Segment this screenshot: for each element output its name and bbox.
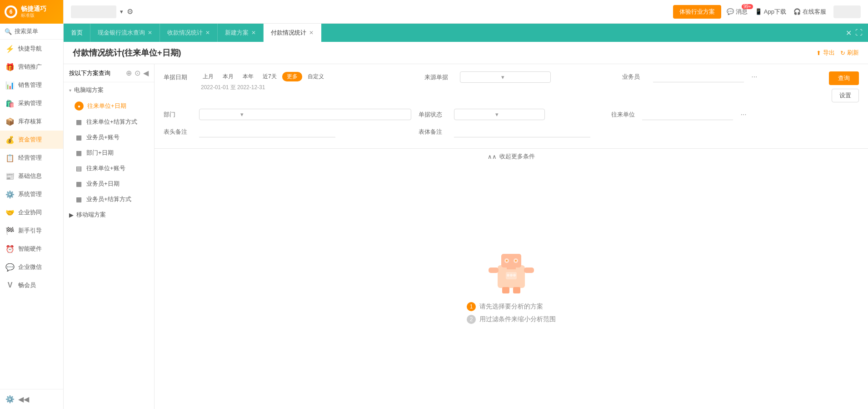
tab-fullscreen-icon[interactable]: ⛶: [855, 29, 863, 37]
sidebar-logo: 6: [5, 5, 17, 18]
app-download-btn[interactable]: 📱 App下载: [755, 8, 786, 16]
partner-more-btn[interactable]: ···: [740, 111, 746, 119]
query-btn[interactable]: 查询: [829, 71, 859, 85]
sidebar-item-hardware[interactable]: ⏰ 智能硬件: [0, 240, 63, 258]
tab-payment-stats-close[interactable]: ✕: [309, 30, 314, 36]
sidebar-item-sales[interactable]: 📊 销售管理: [0, 76, 63, 94]
svg-point-4: [506, 260, 508, 262]
more-btn[interactable]: 更多: [282, 72, 302, 81]
sidebar-brand-info: 畅捷通巧 标准版: [21, 5, 46, 19]
tab-receipt-stats-close[interactable]: ✕: [205, 30, 210, 36]
sidebar-item-label: 畅会员: [18, 281, 36, 289]
sidebar-item-purchase[interactable]: 🛍️ 采购管理: [0, 94, 63, 112]
body-note-input[interactable]: [454, 126, 590, 137]
tab-bank-flow[interactable]: 现金银行流水查询 ✕: [90, 24, 160, 42]
scheme-item-staff-settle[interactable]: ▦ 业务员+结算方式: [64, 192, 154, 207]
export-label: 导出: [823, 49, 835, 57]
sales-icon: 📊: [5, 81, 15, 90]
scheme-label: 往来单位+结算方式: [86, 118, 137, 126]
purchase-icon: 🛍️: [5, 99, 15, 108]
settings-btn[interactable]: 设置: [832, 89, 859, 102]
content-body: 按以下方案查询 ⊕ ⊙ ◀ ▾ 电脑端方案 ● 往来单位+日期: [64, 64, 868, 409]
tab-receipt-stats[interactable]: 收款情况统计 ✕: [160, 24, 218, 42]
scheme-item-unit-account[interactable]: ▤ 往来单位+账号: [64, 161, 154, 176]
staff-more-btn[interactable]: ···: [751, 73, 757, 81]
sidebar-search[interactable]: 🔍 搜索菜单: [0, 24, 63, 40]
scheme-item-staff-account[interactable]: ▦ 业务员+账号: [64, 130, 154, 145]
try-industry-btn[interactable]: 体验行业方案: [673, 5, 721, 19]
collapse-bar[interactable]: ∧∧ 收起更多条件: [155, 148, 868, 164]
scheme-item-staff-date[interactable]: ▦ 业务员+日期: [64, 176, 154, 192]
export-btn[interactable]: ⬆ 导出: [816, 49, 835, 57]
sidebar-item-wechat[interactable]: 💬 企业微信: [0, 258, 63, 276]
scheme-panel-header: 按以下方案查询 ⊕ ⊙ ◀: [64, 64, 154, 82]
sidebar-collapse-icon[interactable]: ◀◀: [18, 395, 29, 404]
scheme-item-dept-date[interactable]: ▦ 部门+日期: [64, 145, 154, 161]
mobile-section-title[interactable]: ▶ 移动端方案: [64, 207, 154, 222]
sidebar-item-guide[interactable]: 🏁 新手引导: [0, 222, 63, 240]
sidebar-item-label: 基础信息: [18, 172, 42, 180]
header-note-input[interactable]: [199, 126, 335, 137]
source-doc-field: 来源单据 ▾: [424, 71, 615, 83]
tab-payment-stats[interactable]: 付款情况统计 ✕: [264, 24, 321, 42]
desktop-section-title[interactable]: ▾ 电脑端方案: [64, 82, 154, 98]
dept-select[interactable]: ▾: [199, 109, 411, 120]
partner-field: 往来单位 ···: [611, 109, 797, 120]
sidebar-item-marketing[interactable]: 🎁 营销推广: [0, 58, 63, 76]
empty-state: 1 请先选择要分析的方案 2 用过滤条件来缩小分析范围: [155, 164, 868, 409]
sidebar-header: 6 畅捷通巧 标准版: [0, 0, 63, 24]
svg-rect-8: [524, 268, 534, 273]
recent7-btn[interactable]: 近7天: [259, 71, 280, 82]
sidebar-item-member[interactable]: V 畅会员: [0, 276, 63, 294]
user-avatar-area[interactable]: [833, 5, 861, 18]
tab-home[interactable]: 首页: [64, 24, 90, 42]
sidebar-item-inventory[interactable]: 📦 库存核算: [0, 112, 63, 131]
topbar-dropdown-icon[interactable]: ▾: [120, 8, 123, 15]
doc-status-select[interactable]: ▾: [454, 109, 545, 120]
sidebar-item-capital[interactable]: 💰 资金管理: [0, 131, 63, 149]
expand-icon-mobile: ▶: [69, 212, 74, 218]
sidebar-item-system[interactable]: ⚙️ 系统管理: [0, 185, 63, 203]
sidebar-item-enterprise[interactable]: 🤝 企业协同: [0, 203, 63, 222]
tab-new-scheme-close[interactable]: ✕: [251, 30, 256, 36]
this-month-btn[interactable]: 本月: [219, 71, 237, 82]
guide-icon: 🏁: [5, 226, 15, 235]
tab-bank-flow-close[interactable]: ✕: [148, 30, 152, 36]
settings-scheme-btn[interactable]: ⊙: [135, 69, 140, 77]
custom-btn[interactable]: 自定义: [304, 71, 328, 82]
collapse-scheme-btn[interactable]: ◀: [143, 69, 149, 77]
topbar-settings-icon[interactable]: ⚙: [127, 7, 133, 16]
sidebar-item-label: 系统管理: [18, 190, 42, 198]
scheme-item-unit-date[interactable]: ● 往来单位+日期: [64, 98, 154, 114]
topbar-nav: ▾ ⚙: [71, 5, 668, 18]
online-service-btn[interactable]: 🎧 在线客服: [793, 8, 826, 16]
topbar: ▾ ⚙ 体验行业方案 💬 消息 99+ 📱 App下载 🎧 在线客服: [64, 0, 868, 24]
sidebar-item-label: 企业协同: [18, 208, 42, 217]
scheme-table-icon: ▦: [75, 149, 83, 157]
sidebar-logo-icon: 6: [6, 7, 15, 16]
page-actions: ⬆ 导出 ↻ 刷新: [816, 49, 859, 57]
add-scheme-btn[interactable]: ⊕: [126, 69, 132, 77]
refresh-btn[interactable]: ↻ 刷新: [840, 49, 859, 57]
partner-input[interactable]: [642, 109, 733, 120]
tab-close-all-icon[interactable]: ✕: [846, 29, 852, 37]
message-btn[interactable]: 💬 消息 99+: [727, 8, 748, 16]
collapse-label: 收起更多条件: [499, 152, 535, 161]
topbar-logo-area: [71, 5, 116, 18]
sidebar-item-basic-info[interactable]: 📰 基础信息: [0, 167, 63, 185]
doc-status-label: 单据状态: [419, 111, 450, 119]
hint-num-1: 1: [467, 302, 476, 311]
tab-new-scheme[interactable]: 新建方案 ✕: [218, 24, 264, 42]
settings-gear-icon[interactable]: ⚙️: [5, 395, 15, 404]
sidebar-item-quick-nav[interactable]: ⚡ 快捷导航: [0, 40, 63, 58]
source-doc-select[interactable]: ▾: [460, 71, 551, 83]
scheme-panel-title: 按以下方案查询: [69, 69, 110, 77]
expand-icon: ▾: [69, 88, 71, 93]
app-icon: 📱: [755, 8, 762, 15]
staff-input[interactable]: [653, 71, 744, 82]
scheme-item-unit-settle[interactable]: ▦ 往来单位+结算方式: [64, 114, 154, 130]
last-month-btn[interactable]: 上月: [199, 71, 217, 82]
sidebar-item-operation[interactable]: 📋 经营管理: [0, 149, 63, 167]
svg-rect-10: [502, 287, 509, 293]
this-year-btn[interactable]: 本年: [239, 71, 257, 82]
